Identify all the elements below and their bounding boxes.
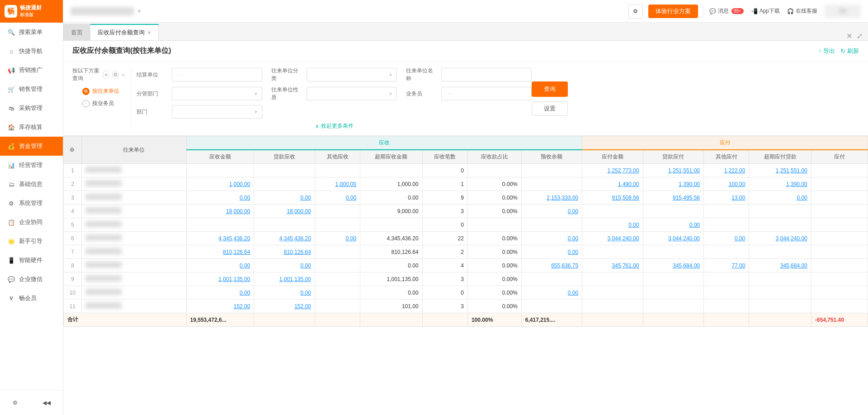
sidebar-item-inventory[interactable]: 🏠 库存核算 <box>0 118 63 137</box>
sidebar-collapse-btn[interactable]: ◀◀ <box>35 396 58 410</box>
tab-ar-ap[interactable]: 应收应付余额查询 × <box>90 24 159 40</box>
filter-collapse-btn[interactable]: ∧ 收起更多条件 <box>137 122 532 130</box>
tab-home[interactable]: 首页 <box>63 24 90 40</box>
col-ap-amount: 应付金额 <box>582 150 643 164</box>
col-ap-loan: 贷款应付 <box>643 150 703 164</box>
col-ar-prepaid: 预收余额 <box>521 150 582 164</box>
dept-label: 部门 <box>137 108 168 116</box>
footer-label: 合计 <box>64 313 187 327</box>
unit-name-input[interactable] <box>441 68 532 81</box>
online-service-button[interactable]: 🎧 在线客服 <box>787 7 817 15</box>
sidebar-item-basic[interactable]: 🗂 基础信息 <box>0 175 63 194</box>
sidebar-item-system[interactable]: ⚙ 系统管理 <box>0 194 63 213</box>
unit-nature-input[interactable]: ▼ <box>307 87 397 100</box>
gear-icon: ⚙ <box>633 8 638 14</box>
sidebar-item-label: 企业协同 <box>19 218 42 226</box>
filter-collapse-left-icon[interactable]: « <box>122 71 125 78</box>
dept-manage-label: 分管部门 <box>137 90 168 98</box>
scheme-by-unit[interactable]: 畅 按往来单位 <box>80 86 125 96</box>
filter-unit-name: 往来单位名称 <box>406 67 532 82</box>
sidebar-logo: 畅 畅捷通财 标准版 <box>0 0 63 23</box>
refresh-button[interactable]: ↻ 刷新 <box>840 47 859 55</box>
unit-nature-label: 往来单位性质 <box>271 86 303 101</box>
sidebar-item-management[interactable]: 📊 经营管理 <box>0 156 63 175</box>
setting-button[interactable]: 设置 <box>532 101 568 116</box>
sidebar-item-label: 新手引导 <box>19 237 42 245</box>
filter-settings-icon[interactable]: ⚙ <box>112 70 119 79</box>
sidebar-item-collab[interactable]: 📋 企业协同 <box>0 213 63 232</box>
settlement-unit-label: 结算单位 <box>137 71 168 79</box>
chevron-down-icon-4: ▼ <box>254 110 258 114</box>
purchase-icon: 🛍 <box>7 104 15 112</box>
scheme-unit-label: 按往来单位 <box>92 87 119 95</box>
sidebar-item-quick-nav[interactable]: ⌂ 快捷导航 <box>0 42 63 61</box>
footer-ar-total: 19,553,472,6... <box>186 313 254 327</box>
sidebar-item-guide[interactable]: 🌟 新手引导 <box>0 232 63 251</box>
table-row: 7810,126.64810,126.64810,126.6420.00%0.0… <box>64 245 868 259</box>
filter-add-button[interactable]: + <box>103 70 109 79</box>
dept-manage-input[interactable]: ▼ <box>172 87 262 100</box>
salesperson-input[interactable]: ··· <box>441 87 532 100</box>
collapse-label: 收起更多条件 <box>321 122 354 130</box>
filter-area: 按以下方案查询 + ⚙ « 畅 按往来单位 ○ <box>63 62 868 136</box>
sidebar-item-label: 经营管理 <box>19 161 42 169</box>
marketing-icon: 📢 <box>7 66 15 74</box>
table-settings-icon[interactable]: ⚙ <box>67 145 76 154</box>
page-title: 应收应付余额查询(按往来单位) <box>72 46 171 56</box>
sidebar-item-label: 快捷导航 <box>19 47 42 55</box>
finance-icon: 💰 <box>7 142 15 150</box>
sidebar-item-search-menu[interactable]: 🔍 搜索菜单 <box>0 23 63 42</box>
sidebar-item-finance[interactable]: 💰 资金管理 <box>0 137 63 156</box>
scheme-by-staff[interactable]: ○ 按业务员 <box>80 98 125 109</box>
sidebar-item-label: 系统管理 <box>19 199 42 207</box>
sidebar-item-hardware[interactable]: 📱 智能硬件 <box>0 251 63 270</box>
unit-category-label: 往来单位分类 <box>271 67 303 82</box>
filter-scheme-options: 畅 按往来单位 ○ 按业务员 <box>72 86 125 109</box>
tab-close-icon[interactable]: × <box>147 29 151 36</box>
gear-button[interactable]: ⚙ <box>628 4 643 19</box>
management-icon: 📊 <box>7 161 15 169</box>
system-icon: ⚙ <box>7 199 15 207</box>
unit-category-input[interactable]: ▼ <box>307 68 397 81</box>
app-download-label: App下载 <box>760 7 780 15</box>
col-ar-overdue: 超期应收金额 <box>360 150 422 164</box>
logo-icon: 畅 <box>5 5 17 18</box>
app-download-button[interactable]: 📲 App下载 <box>751 7 780 15</box>
close-window-icon[interactable]: ✕ <box>846 32 852 40</box>
member-icon: V <box>7 294 15 302</box>
sidebar-item-label: 畅会员 <box>19 294 37 302</box>
sidebar-item-marketing[interactable]: 📢 营销推广 <box>0 61 63 80</box>
dept-input[interactable]: ▼ <box>172 105 262 119</box>
message-icon: 💬 <box>709 8 716 14</box>
wechat-icon: 💬 <box>7 275 15 283</box>
sidebar-item-purchase[interactable]: 🛍 采购管理 <box>0 99 63 118</box>
message-button[interactable]: 💬 消息 99+ <box>709 7 744 15</box>
settlement-unit-input[interactable]: ··· <box>172 68 262 81</box>
breadcrumb-chevron: ▼ <box>137 8 142 14</box>
sidebar-settings-btn[interactable]: ⚙ <box>5 396 25 410</box>
col-ar-other: 其他应收 <box>315 150 360 164</box>
sidebar-item-sales[interactable]: 🛒 销售管理 <box>0 80 63 99</box>
filter-label: 按以下方案查询 <box>72 67 100 82</box>
table-row: 80.000.000.0040.00%655,636.75345,761.003… <box>64 259 868 272</box>
query-button[interactable]: 查询 <box>532 81 568 97</box>
salesperson-label: 业务员 <box>406 90 438 98</box>
export-button[interactable]: ↑ 导出 <box>819 47 835 55</box>
table-row: 100.000.000.0000.00%0.00 <box>64 286 868 300</box>
filter-settlement-unit: 结算单位 ··· <box>137 67 262 82</box>
sidebar-item-member[interactable]: V 畅会员 <box>0 289 63 308</box>
sidebar-item-wechat[interactable]: 💬 企业微信 <box>0 270 63 289</box>
breadcrumb-text <box>71 7 134 15</box>
user-avatar[interactable]: Rit <box>825 5 861 18</box>
guide-icon: 🌟 <box>7 237 15 245</box>
service-icon: 🎧 <box>787 8 794 14</box>
col-ar-group: 应收 <box>186 136 582 150</box>
maximize-icon[interactable]: ⤢ <box>857 32 863 40</box>
message-badge: 99+ <box>731 8 744 14</box>
sidebar-item-label: 基础信息 <box>19 180 42 188</box>
table-wrapper[interactable]: ⚙ 往来单位 应收 应付 应收金额 贷款应收 其他应收 超期应收金额 应收笔数 <box>63 136 868 415</box>
col-ar-loan: 贷款应收 <box>254 150 315 164</box>
promo-button[interactable]: 体验行业方案 <box>648 5 698 18</box>
filter-left: 按以下方案查询 + ⚙ « 畅 按往来单位 ○ <box>72 67 532 130</box>
sidebar-item-label: 采购管理 <box>19 104 42 112</box>
